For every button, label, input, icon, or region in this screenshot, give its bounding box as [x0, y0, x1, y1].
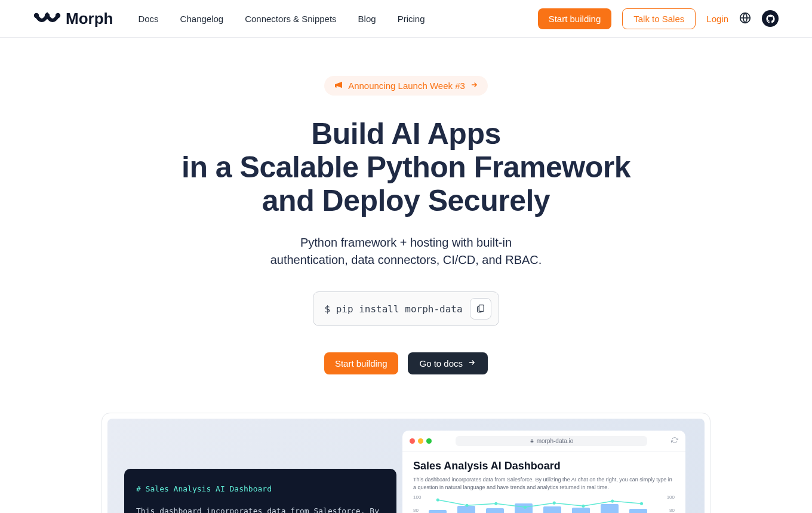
hero-title-line3: and Deploy Securely [262, 184, 550, 217]
svg-point-12 [582, 505, 585, 508]
y-axis-right: 100 80 60 [667, 494, 675, 513]
install-box: $ pip install morph-data [313, 291, 499, 326]
nav: Docs Changelog Connectors & Snippets Blo… [138, 14, 425, 24]
announcement-pill[interactable]: Announcing Launch Week #3 [324, 76, 488, 96]
header-left: Morph Docs Changelog Connectors & Snippe… [33, 10, 425, 28]
hero-start-building-button[interactable]: Start building [324, 352, 398, 374]
close-dot-icon [410, 438, 415, 444]
svg-point-11 [553, 502, 556, 505]
y-tick: 100 [413, 494, 421, 500]
megaphone-icon [334, 80, 343, 91]
y-tick: 80 [667, 508, 675, 513]
svg-point-8 [465, 504, 468, 507]
nav-docs[interactable]: Docs [138, 14, 158, 24]
dashboard-body: Sales Analysis AI Dashboard This dashboa… [402, 451, 685, 513]
go-to-docs-label: Go to docs [420, 358, 463, 368]
preview-container: # Sales Analysis AI Dashboard This dashb… [102, 413, 710, 513]
svg-point-7 [436, 499, 439, 502]
code-body: This dashboard incorporates data from Sa… [136, 505, 385, 513]
maximize-dot-icon [426, 438, 432, 444]
copy-button[interactable] [470, 298, 491, 320]
browser-chrome: morph-data.io [402, 431, 685, 451]
arrow-right-icon [467, 358, 476, 368]
announcement-text: Announcing Launch Week #3 [348, 81, 465, 91]
talk-to-sales-button[interactable]: Talk to Sales [622, 8, 696, 29]
y-tick: 100 [667, 494, 675, 500]
clipboard-icon [476, 303, 485, 315]
hero-subtitle: Python framework + hosting with built-in… [270, 234, 542, 269]
globe-icon [739, 12, 751, 26]
language-button[interactable] [739, 12, 751, 26]
logo-text: Morph [66, 10, 113, 28]
arrow-right-icon [470, 81, 478, 91]
go-to-docs-button[interactable]: Go to docs [408, 352, 488, 374]
hero-title: Build AI Apps in a Scalable Python Frame… [182, 117, 630, 217]
lock-icon [530, 438, 534, 444]
hero: Announcing Launch Week #3 Build AI Apps … [0, 38, 812, 513]
refresh-icon [671, 435, 678, 446]
window-controls [410, 438, 432, 444]
github-icon [762, 10, 779, 27]
nav-blog[interactable]: Blog [358, 14, 376, 24]
nav-pricing[interactable]: Pricing [398, 14, 425, 24]
code-editor-card: # Sales Analysis AI Dashboard This dashb… [124, 469, 396, 513]
logo-icon [33, 12, 61, 25]
header-right: Start building Talk to Sales Login [538, 8, 779, 29]
install-command: $ pip install morph-data [324, 303, 462, 315]
hero-title-line1: Build AI Apps [311, 117, 501, 150]
hero-sub-line1: Python framework + hosting with built-in [300, 236, 512, 249]
hero-sub-line2: authentication, data connectors, CI/CD, … [270, 253, 542, 266]
y-axis-left: 100 80 60 [413, 494, 421, 513]
logo[interactable]: Morph [33, 10, 113, 28]
login-link[interactable]: Login [706, 14, 728, 24]
svg-point-13 [611, 500, 614, 503]
svg-point-14 [640, 502, 643, 505]
chart-line [429, 497, 659, 513]
svg-rect-6 [530, 440, 533, 442]
svg-rect-5 [479, 305, 484, 311]
start-building-button[interactable]: Start building [538, 8, 612, 29]
browser-card: morph-data.io Sales Analysis AI Dashboar… [402, 431, 685, 513]
github-link[interactable] [762, 10, 779, 27]
mini-chart: 100 80 60 100 80 60 [413, 497, 675, 513]
svg-point-10 [524, 506, 527, 509]
nav-changelog[interactable]: Changelog [180, 14, 224, 24]
header: Morph Docs Changelog Connectors & Snippe… [0, 0, 812, 38]
minimize-dot-icon [418, 438, 423, 444]
nav-connectors[interactable]: Connectors & Snippets [245, 14, 336, 24]
preview-inner: # Sales Analysis AI Dashboard This dashb… [107, 419, 705, 513]
hero-title-line2: in a Scalable Python Framework [182, 150, 630, 184]
code-heading: # Sales Analysis AI Dashboard [136, 483, 385, 496]
dashboard-title: Sales Analysis AI Dashboard [413, 460, 675, 472]
dashboard-description: This dashboard incorporates data from Sa… [413, 476, 675, 491]
y-tick: 80 [413, 508, 421, 513]
url-text: morph-data.io [537, 438, 574, 444]
svg-point-9 [494, 502, 497, 505]
url-bar: morph-data.io [456, 436, 647, 446]
cta-row: Start building Go to docs [324, 352, 488, 374]
